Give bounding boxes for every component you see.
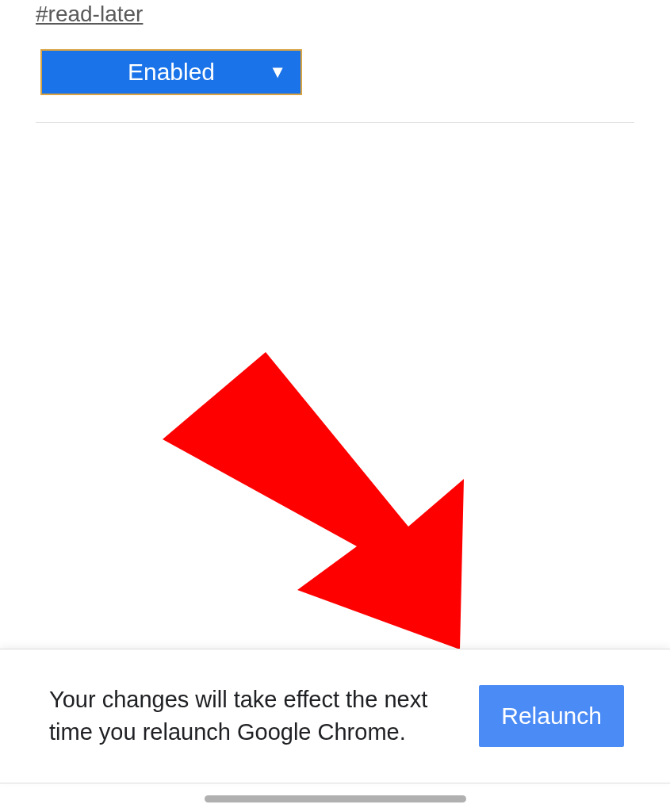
- flag-state-dropdown[interactable]: Enabled ▼: [40, 49, 302, 95]
- annotation-arrow-icon: [163, 352, 488, 653]
- flag-anchor-link[interactable]: #read-later: [36, 2, 143, 27]
- relaunch-notice-bar: Your changes will take effect the next t…: [0, 649, 670, 783]
- chevron-down-icon: ▼: [269, 62, 286, 82]
- flags-content: #read-later Enabled ▼: [0, 0, 670, 123]
- svg-marker-0: [163, 352, 464, 649]
- relaunch-message: Your changes will take effect the next t…: [49, 684, 446, 748]
- dropdown-selected-value: Enabled: [128, 59, 215, 86]
- relaunch-button[interactable]: Relaunch: [479, 685, 624, 747]
- home-indicator: [205, 795, 466, 802]
- section-divider: [36, 122, 634, 123]
